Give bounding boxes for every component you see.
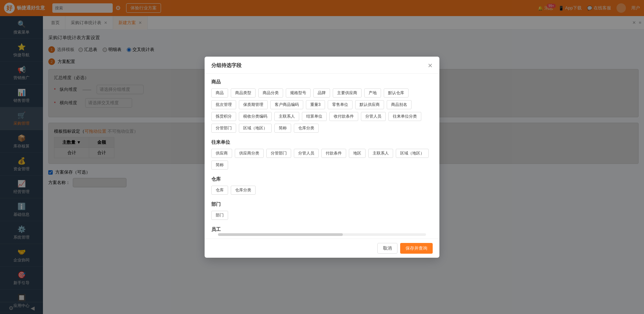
field-tag-3-0[interactable]: 部门 xyxy=(211,211,228,220)
field-tag-0-19[interactable]: 收付款条件 xyxy=(329,112,358,121)
field-tag-0-25[interactable]: 仓库分类 xyxy=(294,124,319,133)
field-tag-0-10[interactable]: 客户商品编码 xyxy=(270,100,303,109)
field-tag-1-8[interactable]: 简称 xyxy=(211,161,228,170)
dialog: 分组待选字段 ✕ 商品商品商品类型商品分类规格型号品牌主要供应商产地默认仓库批次… xyxy=(205,57,439,258)
field-tag-0-21[interactable]: 往来单位分类 xyxy=(388,112,421,121)
field-tag-1-7[interactable]: 区域（地区） xyxy=(396,149,429,158)
field-tag-0-12[interactable]: 零售单位 xyxy=(328,100,353,109)
field-tag-0-8[interactable]: 批次管理 xyxy=(211,100,236,109)
field-tag-2-0[interactable]: 仓库 xyxy=(211,186,228,195)
cancel-button[interactable]: 取消 xyxy=(377,243,397,254)
field-group-title-1: 往来单位 xyxy=(211,139,433,145)
field-tag-0-18[interactable]: 结算单位 xyxy=(302,112,327,121)
field-tag-0-16[interactable]: 税收分类编码 xyxy=(239,112,272,121)
field-group-title-0: 商品 xyxy=(211,79,433,85)
dialog-header: 分组待选字段 ✕ xyxy=(205,57,439,74)
field-tag-1-3[interactable]: 分管人员 xyxy=(294,149,319,158)
field-tag-1-6[interactable]: 主联系人 xyxy=(368,149,393,158)
field-tag-1-5[interactable]: 地区 xyxy=(349,149,366,158)
field-tags-1: 供应商供应商分类分管部门分管人员付款条件地区主联系人区域（地区）简称 xyxy=(211,149,433,170)
dialog-overlay: 分组待选字段 ✕ 商品商品商品类型商品分类规格型号品牌主要供应商产地默认仓库批次… xyxy=(0,0,644,314)
field-tag-0-9[interactable]: 保质期管理 xyxy=(239,100,268,109)
dialog-body: 商品商品商品类型商品分类规格型号品牌主要供应商产地默认仓库批次管理保质期管理客户… xyxy=(205,74,439,233)
field-tag-1-2[interactable]: 分管部门 xyxy=(266,149,291,158)
scrollbar-thumb xyxy=(218,233,343,236)
field-tag-0-22[interactable]: 分管部门 xyxy=(211,124,236,133)
field-tag-0-14[interactable]: 商品别名 xyxy=(387,100,412,109)
field-tag-0-24[interactable]: 简称 xyxy=(274,124,291,133)
dialog-close-btn[interactable]: ✕ xyxy=(428,62,433,69)
field-group-3: 部门部门 xyxy=(211,201,433,220)
field-group-4: 员工业务员 xyxy=(211,227,433,233)
field-group-0: 商品商品商品类型商品分类规格型号品牌主要供应商产地默认仓库批次管理保质期管理客户… xyxy=(211,79,433,133)
field-group-title-2: 仓库 xyxy=(211,176,433,182)
horizontal-scroll-area xyxy=(205,233,439,239)
field-tag-0-4[interactable]: 品牌 xyxy=(313,88,330,98)
field-tag-0-7[interactable]: 默认仓库 xyxy=(384,88,409,98)
field-tag-0-20[interactable]: 分管人员 xyxy=(361,112,386,121)
field-tag-0-1[interactable]: 商品类型 xyxy=(231,88,256,98)
field-tag-1-1[interactable]: 供应商分类 xyxy=(235,149,264,158)
field-tags-2: 仓库仓库分类 xyxy=(211,186,433,195)
dialog-footer: 取消 保存并查询 xyxy=(205,239,439,258)
field-tag-0-3[interactable]: 规格型号 xyxy=(286,88,311,98)
field-tags-0: 商品商品类型商品分类规格型号品牌主要供应商产地默认仓库批次管理保质期管理客户商品… xyxy=(211,88,433,133)
field-tag-0-11[interactable]: 重量3 xyxy=(306,100,325,109)
field-tag-0-5[interactable]: 主要供应商 xyxy=(333,88,362,98)
field-group-title-4: 员工 xyxy=(211,227,433,233)
field-tag-1-0[interactable]: 供应商 xyxy=(211,149,232,158)
field-group-title-3: 部门 xyxy=(211,201,433,207)
field-tags-3: 部门 xyxy=(211,211,433,220)
field-tag-0-13[interactable]: 默认供应商 xyxy=(355,100,384,109)
confirm-button[interactable]: 保存并查询 xyxy=(400,243,433,254)
field-tag-0-15[interactable]: 拣货积分 xyxy=(211,112,236,121)
field-group-2: 仓库仓库仓库分类 xyxy=(211,176,433,195)
horizontal-scrollbar[interactable] xyxy=(218,233,426,236)
field-tag-1-4[interactable]: 付款条件 xyxy=(321,149,346,158)
field-group-1: 往来单位供应商供应商分类分管部门分管人员付款条件地区主联系人区域（地区）简称 xyxy=(211,139,433,170)
field-tag-0-17[interactable]: 主联系人 xyxy=(274,112,299,121)
field-tag-0-6[interactable]: 产地 xyxy=(364,88,381,98)
field-tag-2-1[interactable]: 仓库分类 xyxy=(231,186,256,195)
field-tag-0-0[interactable]: 商品 xyxy=(211,88,228,98)
field-tag-0-2[interactable]: 商品分类 xyxy=(258,88,283,98)
field-tag-0-23[interactable]: 区域（地区） xyxy=(239,124,272,133)
dialog-title: 分组待选字段 xyxy=(211,62,241,69)
